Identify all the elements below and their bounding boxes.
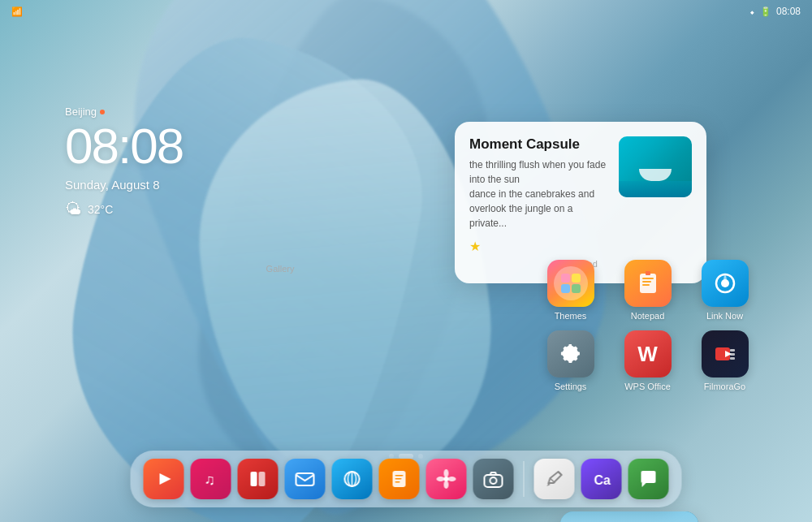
- svg-rect-26: [395, 478, 402, 480]
- settings-label: Settings: [555, 382, 587, 391]
- dock-app-petals[interactable]: [426, 459, 467, 499]
- svg-rect-7: [642, 284, 650, 286]
- books-icon: [248, 468, 269, 490]
- beach-sky: [560, 511, 698, 522]
- notepad-widget-title: Moment Capsule: [469, 136, 609, 153]
- camera-icon: [483, 468, 504, 490]
- linknow-svg: [713, 271, 737, 296]
- battery-icon: 🔋: [760, 6, 771, 17]
- apps-grid: Themes Notepad Link Now: [540, 260, 755, 391]
- notepad-header: Moment Capsule the thrilling flush when …: [469, 136, 692, 231]
- dock-app-docs[interactable]: [379, 459, 420, 499]
- dock: ♫: [131, 451, 682, 507]
- star-icon: ★: [469, 239, 481, 254]
- weather-date: Sunday, August 8: [65, 178, 183, 192]
- svg-rect-25: [395, 475, 404, 477]
- app-item-filmora[interactable]: FilmoraGo: [694, 330, 755, 391]
- wps-letter: W: [637, 342, 658, 367]
- weather-widget: Beijing 08:08 Sunday, August 8 🌤 32°C: [65, 106, 183, 218]
- svg-rect-0: [561, 274, 570, 283]
- status-time: 08:08: [776, 6, 801, 17]
- mail-icon: [295, 468, 316, 490]
- messages-icon: [638, 468, 659, 490]
- svg-point-31: [437, 477, 445, 481]
- svg-rect-15: [730, 357, 735, 360]
- svg-rect-8: [646, 271, 650, 275]
- wps-icon: W: [624, 330, 672, 377]
- themes-icon: [547, 260, 594, 307]
- app-item-wps[interactable]: W WPS Office: [617, 330, 678, 391]
- video-icon: [153, 468, 175, 490]
- app-item-themes[interactable]: Themes: [540, 260, 601, 321]
- svg-rect-14: [730, 353, 735, 356]
- notepad-svg: [636, 271, 660, 296]
- dock-app-music[interactable]: ♫: [191, 459, 231, 499]
- settings-icon: [547, 330, 594, 377]
- sun-icon: 🌤: [65, 200, 81, 218]
- notepad-app-icon: [624, 260, 672, 307]
- dock-app-canva[interactable]: Ca: [581, 459, 622, 499]
- svg-rect-20: [296, 473, 314, 485]
- svg-point-30: [444, 481, 449, 489]
- linknow-label: Link Now: [706, 311, 743, 321]
- notepad-app-label: Notepad: [631, 311, 665, 321]
- gallery-beach: My favorites: [560, 511, 698, 522]
- wifi-icon: ⬥: [749, 6, 755, 16]
- linknow-icon: [702, 260, 749, 307]
- dock-app-video[interactable]: [144, 459, 184, 499]
- appgallery-icon: [342, 468, 363, 490]
- app-item-notepad[interactable]: Notepad: [617, 260, 678, 321]
- dock-app-appgallery[interactable]: [332, 459, 373, 499]
- weather-time: 08:08: [65, 121, 183, 171]
- notepad-text-area: Moment Capsule the thrilling flush when …: [469, 136, 609, 231]
- dock-app-messages[interactable]: [628, 459, 669, 499]
- notepad-widget-content: the thrilling flush when you fadeinto th…: [469, 157, 609, 231]
- svg-rect-13: [730, 349, 735, 352]
- app-item-settings[interactable]: Settings: [540, 330, 601, 391]
- svg-point-32: [448, 477, 456, 481]
- weather-city: Beijing: [65, 106, 183, 118]
- gallery-widget[interactable]: My favorites: [560, 511, 698, 522]
- notepad-footer: ★: [469, 239, 692, 254]
- filmora-icon: [702, 330, 749, 377]
- filmora-svg: [712, 341, 738, 367]
- app-item-linknow[interactable]: Link Now: [694, 260, 755, 321]
- petals-icon: [436, 468, 457, 490]
- svg-rect-6: [642, 281, 651, 283]
- svg-rect-19: [259, 472, 266, 486]
- notepad-thumbnail: [619, 136, 692, 197]
- wps-label: WPS Office: [624, 382, 671, 391]
- svg-rect-2: [561, 284, 570, 293]
- dock-app-camera[interactable]: [473, 459, 514, 499]
- svg-rect-27: [395, 481, 400, 483]
- dock-separator: [524, 461, 525, 497]
- dock-app-pencil[interactable]: [534, 459, 575, 499]
- svg-text:♫: ♫: [205, 472, 216, 488]
- svg-marker-16: [160, 473, 171, 485]
- svg-rect-5: [642, 278, 654, 279]
- gallery-label: Gallery: [266, 264, 295, 274]
- svg-point-29: [444, 469, 449, 477]
- svg-point-34: [490, 477, 497, 484]
- gear-svg: [559, 343, 582, 365]
- svg-text:Ca: Ca: [594, 473, 611, 487]
- status-left: 📶: [11, 6, 23, 17]
- location-dot: [100, 110, 105, 114]
- themes-svg: [558, 270, 584, 296]
- canva-icon: Ca: [591, 468, 612, 490]
- svg-rect-18: [251, 472, 257, 486]
- dock-app-books[interactable]: [238, 459, 279, 499]
- themes-label: Themes: [555, 311, 587, 321]
- svg-rect-1: [572, 274, 581, 283]
- status-bar: 📶 ⬥ 🔋 08:08: [0, 0, 812, 23]
- weather-temp: 🌤 32°C: [65, 200, 183, 218]
- filmora-label: FilmoraGo: [704, 382, 745, 391]
- docs-icon: [389, 468, 410, 490]
- signal-icon: 📶: [11, 6, 23, 17]
- svg-rect-4: [640, 274, 656, 293]
- pencil-icon: [544, 468, 565, 490]
- dock-app-mail[interactable]: [285, 459, 326, 499]
- svg-rect-3: [572, 284, 581, 293]
- music-icon: ♫: [201, 468, 222, 490]
- status-right: ⬥ 🔋 08:08: [749, 6, 801, 17]
